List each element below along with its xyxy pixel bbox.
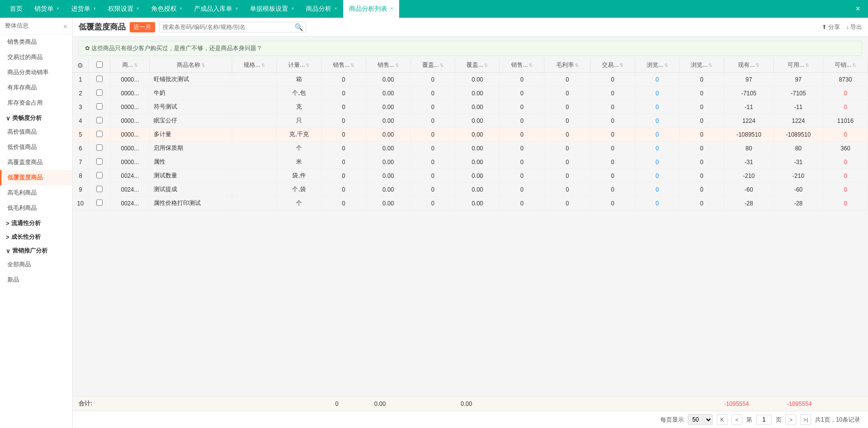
sidebar-item-high-margin[interactable]: 高毛利商品 <box>0 185 72 200</box>
cell-checkbox[interactable] <box>88 197 110 210</box>
th-settings[interactable]: ⚙ <box>73 58 88 73</box>
th-browse1[interactable]: 浏览...⇅ <box>635 58 679 73</box>
row-checkbox[interactable] <box>96 144 103 151</box>
nav-template[interactable]: 单据模板设置 × <box>244 0 300 18</box>
sidebar-item-high-coverage[interactable]: 高覆盖度商品 <box>0 155 72 170</box>
cell-browse1[interactable]: 0 <box>635 73 679 86</box>
sidebar-section-marketing[interactable]: ∨ 营销推广分析 <box>0 243 72 257</box>
browse-link[interactable]: 0 <box>655 104 659 111</box>
row-checkbox[interactable] <box>96 76 103 82</box>
share-button[interactable]: ⬆ 分享 <box>822 23 840 31</box>
export-button[interactable]: ↓ 导出 <box>846 23 862 31</box>
th-sales3[interactable]: 销售...⇅ <box>500 58 544 73</box>
cell-checkbox[interactable] <box>88 142 110 155</box>
nav-roles[interactable]: 角色授权 × <box>145 0 189 18</box>
nav-product-analysis[interactable]: 商品分析 × <box>300 0 343 18</box>
th-name[interactable]: 商品名称⇅ <box>150 58 232 73</box>
cell-browse1[interactable]: 0 <box>635 155 679 169</box>
nav-purchase-close[interactable]: × <box>93 0 96 18</box>
sidebar-section-growth[interactable]: > 成长性分析 <box>0 229 72 243</box>
cell-browse1[interactable]: 0 <box>635 142 679 155</box>
row-checkbox[interactable] <box>96 186 103 192</box>
nav-sales-close[interactable]: × <box>56 0 59 18</box>
next-page-button[interactable]: > <box>786 414 796 425</box>
sidebar-item-high-value[interactable]: 高价值商品 <box>0 124 72 140</box>
sidebar-section-sales-velocity[interactable]: ∨ 类畅度分析 <box>0 111 72 124</box>
row-checkbox[interactable] <box>96 89 103 96</box>
per-page-select[interactable]: 50 100 200 <box>688 414 713 425</box>
cell-checkbox[interactable] <box>88 86 110 100</box>
row-checkbox[interactable] <box>96 172 103 178</box>
browse-link[interactable]: 0 <box>655 159 659 166</box>
sidebar-item-in-stock[interactable]: 有库存商品 <box>0 80 72 95</box>
sidebar-item-new-products[interactable]: 新品 <box>0 272 72 287</box>
th-sales1[interactable]: 销售...⇅ <box>321 58 366 73</box>
th-cover1[interactable]: 覆盖...⇅ <box>410 58 455 73</box>
row-checkbox[interactable] <box>96 103 103 110</box>
cell-checkbox[interactable] <box>88 114 110 128</box>
row-checkbox[interactable] <box>96 158 103 165</box>
nav-permissions[interactable]: 权限设置 × <box>102 0 145 18</box>
sidebar-item-traded-products[interactable]: 交易过的商品 <box>0 50 72 65</box>
th-browse2[interactable]: 浏览...⇅ <box>679 58 724 73</box>
sidebar-item-sales-products[interactable]: 销售类商品 <box>0 34 72 50</box>
sidebar-item-capital-ratio[interactable]: 库存资金占用 <box>0 95 72 111</box>
th-unit[interactable]: 计量...⇅ <box>277 58 322 73</box>
time-filter-button[interactable]: 近一月 <box>130 22 155 32</box>
th-trade[interactable]: 交易...⇅ <box>590 58 635 73</box>
nav-template-close[interactable]: × <box>291 0 294 18</box>
prev-page-button[interactable]: < <box>732 414 742 425</box>
nav-product-analysis-list[interactable]: 商品分析列表 × <box>343 0 399 18</box>
search-input[interactable] <box>163 24 293 30</box>
th-sales2[interactable]: 销售...⇅ <box>366 58 410 73</box>
nav-product-entry-close[interactable]: × <box>235 0 238 18</box>
nav-product-analysis-list-close[interactable]: × <box>390 0 393 18</box>
browse-link[interactable]: 0 <box>655 131 659 138</box>
row-checkbox[interactable] <box>96 200 103 206</box>
cell-browse1[interactable]: 0 <box>635 128 679 142</box>
cell-browse1[interactable]: 0 <box>635 100 679 114</box>
th-spec[interactable]: 规格...⇅ <box>232 58 277 73</box>
browse-link[interactable]: 0 <box>655 76 659 83</box>
row-checkbox[interactable] <box>96 131 103 137</box>
th-checkbox[interactable] <box>88 58 110 73</box>
last-page-button[interactable]: >| <box>800 414 811 425</box>
browse-link[interactable]: 0 <box>655 145 659 152</box>
nav-sales[interactable]: 销货单 × <box>28 0 65 18</box>
cell-browse1[interactable]: 0 <box>635 183 679 197</box>
th-cover2[interactable]: 覆盖...⇅ <box>455 58 500 73</box>
gear-icon[interactable]: ⚙ <box>77 61 83 69</box>
th-saleable[interactable]: 可销...⇅ <box>823 58 868 73</box>
cell-browse1[interactable]: 0 <box>635 197 679 210</box>
select-all-checkbox[interactable] <box>96 61 103 68</box>
nav-roles-close[interactable]: × <box>180 0 183 18</box>
browse-link[interactable]: 0 <box>655 90 659 97</box>
nav-product-analysis-close[interactable]: × <box>334 0 337 18</box>
window-close-button[interactable]: × <box>852 4 864 13</box>
row-checkbox[interactable] <box>96 117 103 123</box>
page-number-input[interactable]: 1 <box>756 415 772 425</box>
th-gross[interactable]: 毛利率⇅ <box>544 58 591 73</box>
th-stock1[interactable]: 现有...⇅ <box>724 58 774 73</box>
browse-link[interactable]: 0 <box>655 186 659 193</box>
sidebar-collapse-button[interactable]: « <box>63 22 67 30</box>
sidebar-item-all-products[interactable]: 全部商品 <box>0 257 72 272</box>
sidebar-section-circulation[interactable]: > 流通性分析 <box>0 216 72 229</box>
browse-link[interactable]: 0 <box>655 200 659 207</box>
cell-browse1[interactable]: 0 <box>635 169 679 183</box>
cell-browse1[interactable]: 0 <box>635 86 679 100</box>
th-code[interactable]: 商...⇅ <box>110 58 150 73</box>
sidebar-item-low-value[interactable]: 低价值商品 <box>0 140 72 155</box>
nav-home[interactable]: 首页 <box>4 0 28 18</box>
nav-product-entry[interactable]: 产成品入库单 × <box>188 0 244 18</box>
cell-checkbox[interactable] <box>88 100 110 114</box>
browse-link[interactable]: 0 <box>655 172 659 179</box>
cell-checkbox[interactable] <box>88 128 110 142</box>
nav-permissions-close[interactable]: × <box>136 0 139 18</box>
table-container[interactable]: ⚙ 商...⇅ 商品名称⇅ 规格...⇅ 计量...⇅ 销售...⇅ 销售...… <box>73 58 868 396</box>
nav-purchase[interactable]: 进货单 × <box>65 0 102 18</box>
sidebar-item-low-margin[interactable]: 低毛利商品 <box>0 200 72 216</box>
cell-checkbox[interactable] <box>88 183 110 197</box>
sidebar-item-low-coverage[interactable]: 低覆盖度商品 <box>0 170 72 185</box>
cell-browse1[interactable]: 0 <box>635 114 679 128</box>
